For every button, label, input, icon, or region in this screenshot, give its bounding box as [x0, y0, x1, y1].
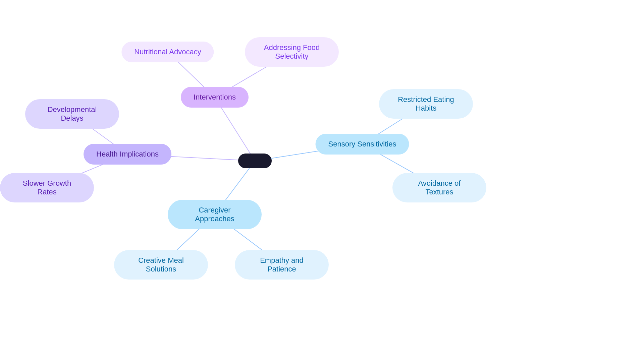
- label-avoidance-of-textures: Avoidance of Textures: [405, 179, 474, 196]
- label-health-implications: Health Implications: [96, 150, 159, 159]
- label-nutritional-advocacy: Nutritional Advocacy: [134, 48, 201, 56]
- label-restricted-eating-habits: Restricted Eating Habits: [392, 95, 460, 113]
- label-sensory-sensitivities: Sensory Sensitivities: [328, 140, 396, 148]
- label-developmental-delays: Developmental Delays: [38, 105, 106, 123]
- node-health-implications[interactable]: Health Implications: [84, 144, 171, 165]
- node-avoidance-of-textures[interactable]: Avoidance of Textures: [392, 173, 486, 202]
- center-node[interactable]: [238, 154, 272, 168]
- label-addressing-food-selectivity: Addressing Food Selectivity: [258, 43, 326, 61]
- label-empathy-and-patience: Empathy and Patience: [248, 256, 316, 274]
- node-developmental-delays[interactable]: Developmental Delays: [25, 99, 119, 129]
- node-addressing-food-selectivity[interactable]: Addressing Food Selectivity: [245, 37, 339, 67]
- node-empathy-and-patience[interactable]: Empathy and Patience: [235, 250, 329, 280]
- label-caregiver-approaches: Caregiver Approaches: [180, 206, 249, 223]
- node-nutritional-advocacy[interactable]: Nutritional Advocacy: [121, 42, 214, 62]
- label-slower-growth-rates: Slower Growth Rates: [13, 179, 81, 196]
- node-interventions[interactable]: Interventions: [181, 87, 249, 108]
- node-creative-meal-solutions[interactable]: Creative Meal Solutions: [114, 250, 208, 280]
- mindmap-container: InterventionsNutritional AdvocacyAddress…: [0, 0, 644, 363]
- node-restricted-eating-habits[interactable]: Restricted Eating Habits: [379, 89, 473, 119]
- node-caregiver-approaches[interactable]: Caregiver Approaches: [168, 200, 262, 229]
- label-creative-meal-solutions: Creative Meal Solutions: [127, 256, 195, 274]
- node-slower-growth-rates[interactable]: Slower Growth Rates: [0, 173, 94, 202]
- node-sensory-sensitivities[interactable]: Sensory Sensitivities: [316, 134, 409, 155]
- label-interventions: Interventions: [194, 93, 236, 102]
